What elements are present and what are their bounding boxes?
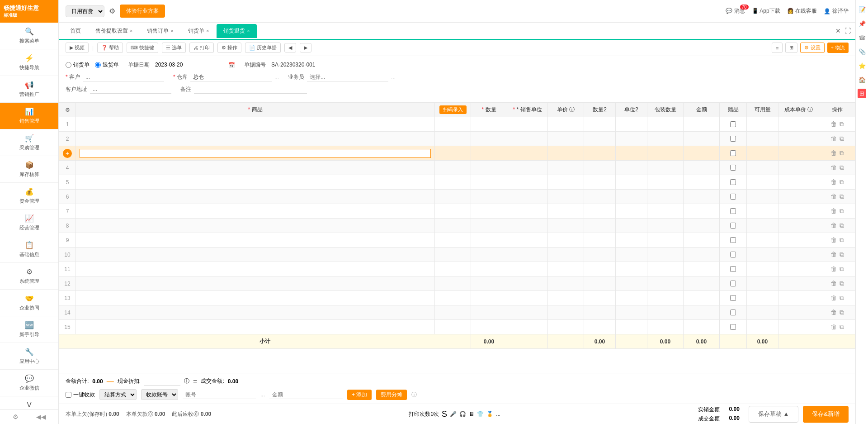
product-cell-8[interactable] <box>76 219 435 233</box>
available-cell-1[interactable] <box>747 117 778 132</box>
qty-cell-11[interactable] <box>471 262 507 276</box>
product-cell-3[interactable] <box>76 146 435 161</box>
unit2-cell-3[interactable] <box>616 146 647 161</box>
sidebar-item-sales[interactable]: 📊销售管理 <box>0 103 58 129</box>
price-cell-10[interactable] <box>548 248 584 262</box>
user-menu[interactable]: 👤 徐泽华 <box>824 7 849 15</box>
price-cell-7[interactable] <box>548 204 584 219</box>
gift-check-9[interactable] <box>730 237 736 243</box>
next-btn[interactable]: ▶ <box>300 43 311 52</box>
gift-cell-1[interactable] <box>720 117 747 132</box>
right-panel-attach-icon[interactable]: 📎 <box>859 47 866 57</box>
sidebar-item-marketing[interactable]: 📢营销推广 <box>0 76 58 103</box>
delete-icon-14[interactable]: 🗑 <box>830 309 837 316</box>
right-panel-pin-icon[interactable]: 📌 <box>859 19 866 29</box>
qty2-cell-4[interactable] <box>584 161 616 175</box>
gift-cell-8[interactable] <box>720 219 747 233</box>
tab-4[interactable]: 销货退货× <box>217 24 256 38</box>
price-cell-13[interactable] <box>548 291 584 305</box>
qty-cell-4[interactable] <box>471 161 507 175</box>
pack-cell-6[interactable] <box>647 190 684 204</box>
unit2-cell-14[interactable] <box>616 305 647 320</box>
qty-cell-7[interactable] <box>471 204 507 219</box>
copy-icon-8[interactable]: ⧉ <box>840 222 844 229</box>
view-list-btn[interactable]: ≡ <box>772 43 783 53</box>
qty2-cell-10[interactable] <box>584 248 616 262</box>
pack-cell-5[interactable] <box>647 175 684 190</box>
product-cell-10[interactable] <box>76 248 435 262</box>
unit-cell-3[interactable] <box>507 146 548 161</box>
product-cell-12[interactable] <box>76 276 435 291</box>
price-cell-3[interactable] <box>548 146 584 161</box>
available-cell-4[interactable] <box>747 161 778 175</box>
qty-cell-10[interactable] <box>471 248 507 262</box>
available-cell-3[interactable] <box>747 146 778 161</box>
sidebar-item-search[interactable]: 🔍搜索菜单 <box>0 23 58 49</box>
product-cell-4[interactable] <box>76 161 435 175</box>
unit-cell-6[interactable] <box>507 190 548 204</box>
available-cell-9[interactable] <box>747 233 778 248</box>
qty2-cell-8[interactable] <box>584 219 616 233</box>
delete-icon-7[interactable]: 🗑 <box>830 207 837 215</box>
industry-select[interactable]: 日用百货 <box>66 5 104 17</box>
product-cell-9[interactable] <box>76 233 435 248</box>
unit-cell-5[interactable] <box>507 175 548 190</box>
settlement-select[interactable]: 结算方式 <box>99 389 137 400</box>
unit2-cell-8[interactable] <box>616 219 647 233</box>
experience-btn[interactable]: 体验行业方案 <box>120 5 165 18</box>
add-btn[interactable]: + 添加 <box>347 390 372 400</box>
app-download[interactable]: 📱 App下载 <box>752 7 780 15</box>
pack-cell-2[interactable] <box>647 132 684 146</box>
amount-cell-3[interactable] <box>684 146 720 161</box>
award-icon[interactable]: 🏅 <box>486 411 493 417</box>
copy-icon-7[interactable]: ⧉ <box>840 207 844 215</box>
mic-icon[interactable]: 🎤 <box>450 411 457 417</box>
address-input[interactable] <box>90 85 171 94</box>
available-cell-11[interactable] <box>747 262 778 276</box>
price-cell-15[interactable] <box>548 320 584 334</box>
select-btn[interactable]: ☰ 选单 <box>162 43 186 53</box>
qty-cell-3[interactable] <box>471 146 507 161</box>
expand-icon[interactable]: ⛶ <box>844 27 851 34</box>
tab-1[interactable]: 售价提取设置× <box>89 24 139 38</box>
price-cell-2[interactable] <box>548 132 584 146</box>
right-panel-active-icon[interactable]: ⊞ <box>858 89 866 98</box>
cost-cell-6[interactable] <box>778 190 819 204</box>
history-btn[interactable]: 📄 历史单据 <box>245 43 281 53</box>
qty2-cell-6[interactable] <box>584 190 616 204</box>
pack-cell-7[interactable] <box>647 204 684 219</box>
unit2-cell-11[interactable] <box>616 262 647 276</box>
amount-cell-14[interactable] <box>684 305 720 320</box>
message-icon[interactable]: 💬 消息 70 <box>726 7 745 15</box>
gift-cell-2[interactable] <box>720 132 747 146</box>
amount-cell-15[interactable] <box>684 320 720 334</box>
copy-icon-5[interactable]: ⧉ <box>840 178 844 186</box>
delete-icon-15[interactable]: 🗑 <box>830 323 837 331</box>
amount-cell-11[interactable] <box>684 262 720 276</box>
delete-icon-9[interactable]: 🗑 <box>830 236 837 244</box>
tab-3[interactable]: 销货单× <box>181 24 216 38</box>
pack-cell-9[interactable] <box>647 233 684 248</box>
available-cell-12[interactable] <box>747 276 778 291</box>
gift-check-8[interactable] <box>730 223 736 229</box>
delete-icon-1[interactable]: 🗑 <box>830 120 837 128</box>
date-input[interactable] <box>152 61 226 69</box>
pack-cell-10[interactable] <box>647 248 684 262</box>
cost-cell-9[interactable] <box>778 233 819 248</box>
cost-cell-4[interactable] <box>778 161 819 175</box>
qty2-cell-13[interactable] <box>584 291 616 305</box>
warehouse-input[interactable] <box>190 73 272 81</box>
price-cell-4[interactable] <box>548 161 584 175</box>
qty-cell-9[interactable] <box>471 233 507 248</box>
product-input-3[interactable] <box>80 149 431 158</box>
qty-cell-14[interactable] <box>471 305 507 320</box>
unit-cell-14[interactable] <box>507 305 548 320</box>
remark-input[interactable] <box>194 85 307 94</box>
price-cell-5[interactable] <box>548 175 584 190</box>
qty-cell-15[interactable] <box>471 320 507 334</box>
gift-check-14[interactable] <box>730 310 736 315</box>
sidebar-item-purchase[interactable]: 🛒采购管理 <box>0 129 58 156</box>
video-btn[interactable]: ▶ 视频 <box>66 43 89 53</box>
quickpay-checkbox[interactable]: 一键收款 <box>66 391 95 399</box>
monitor-icon[interactable]: 🖥 <box>469 411 474 417</box>
